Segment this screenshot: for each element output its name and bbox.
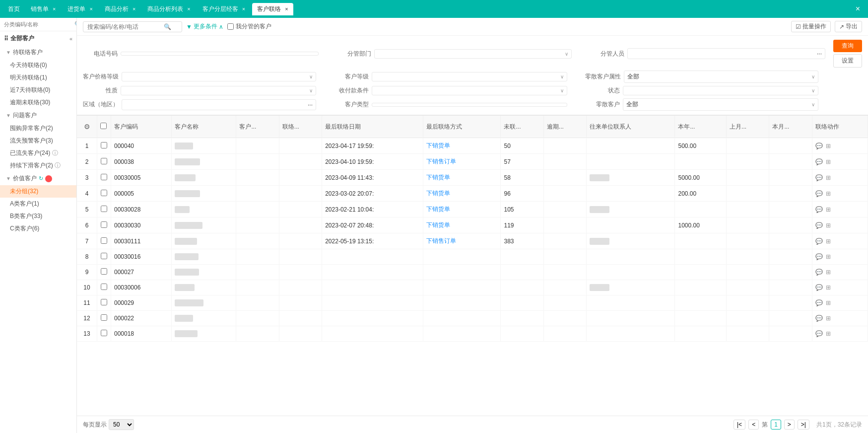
status-select[interactable]: ∨	[623, 86, 818, 95]
row-checkbox[interactable]	[101, 314, 107, 321]
message-icon[interactable]: 💬	[815, 143, 823, 149]
tab-customer-contact[interactable]: 客户联络 ×	[252, 3, 293, 15]
more-conditions-button[interactable]: ▼ 更多条件 ∧	[186, 22, 223, 31]
sidebar-item-churned[interactable]: 已流失客户(24) ⓘ	[0, 147, 76, 159]
tab-purchase-close[interactable]: ×	[89, 6, 92, 12]
grid-action-icon[interactable]: ⊞	[826, 143, 831, 149]
message-icon[interactable]: 💬	[815, 158, 823, 165]
row-checkbox[interactable]	[101, 253, 107, 259]
query-button[interactable]: 查询	[833, 40, 862, 52]
row-checkbox-cell[interactable]	[97, 170, 111, 186]
row-checkbox-cell[interactable]	[97, 280, 111, 295]
next-page-button[interactable]: >	[784, 420, 795, 430]
col-gear[interactable]: ⚙	[77, 116, 97, 138]
tab-sales[interactable]: 销售单 ×	[26, 3, 61, 15]
tab-customer-contact-close[interactable]: ×	[285, 6, 288, 12]
customer-grade-select[interactable]: ∨	[372, 72, 567, 81]
prev-page-button[interactable]: <	[748, 420, 759, 430]
contact-method-link[interactable]: 下销售订单	[426, 158, 456, 165]
scatter-customer-select[interactable]: 全部∨	[623, 98, 818, 111]
contact-method-link[interactable]: 下销货单	[426, 174, 450, 181]
my-customers-filter[interactable]: 我分管的客户	[227, 22, 271, 31]
row-checkbox-cell[interactable]	[97, 202, 111, 217]
sidebar-item-ungrouped[interactable]: 未分组(32)	[0, 185, 76, 198]
row-checkbox[interactable]	[101, 142, 107, 148]
col-checkbox[interactable]	[97, 116, 111, 138]
row-checkbox-cell[interactable]	[97, 138, 111, 154]
row-checkbox-cell[interactable]	[97, 295, 111, 311]
select-all-checkbox[interactable]	[100, 123, 107, 129]
sidebar-item-7days[interactable]: 近7天待联络(0)	[0, 84, 76, 96]
contact-method-link[interactable]: 下销货单	[426, 142, 450, 149]
row-checkbox-cell[interactable]	[97, 186, 111, 202]
sidebar-item-declining[interactable]: 持续下滑客户(2) ⓘ	[0, 159, 76, 172]
message-icon[interactable]: 💬	[815, 222, 823, 229]
sidebar-search-input[interactable]	[4, 21, 72, 27]
grid-action-icon[interactable]: ⊞	[826, 269, 831, 276]
sidebar-group-pending[interactable]: ▼ 待联络客户	[0, 46, 76, 59]
tab-analysis-close[interactable]: ×	[133, 6, 135, 12]
row-checkbox[interactable]	[101, 190, 107, 196]
dept-select[interactable]: ∨	[374, 49, 572, 59]
row-checkbox[interactable]	[101, 268, 107, 275]
tab-purchase[interactable]: 进货单 ×	[63, 3, 97, 15]
customer-type-select[interactable]	[372, 103, 567, 107]
sidebar-item-class-a[interactable]: A类客户(1)	[0, 198, 76, 210]
message-icon[interactable]: 💬	[815, 253, 823, 260]
row-checkbox-cell[interactable]	[97, 249, 111, 265]
collapse-icon[interactable]: «	[69, 36, 72, 42]
sidebar-item-hoard[interactable]: 囤购异常客户(2)	[0, 122, 76, 135]
tab-analysis-list[interactable]: 商品分析列表 ×	[142, 3, 195, 15]
region-select[interactable]: ···	[122, 99, 316, 110]
message-icon[interactable]: 💬	[815, 299, 823, 306]
price-grade-select[interactable]: ∨	[122, 72, 316, 81]
contact-method-link[interactable]: 下销货单	[426, 221, 450, 228]
grid-action-icon[interactable]: ⊞	[826, 238, 831, 245]
row-checkbox[interactable]	[101, 206, 107, 212]
contact-method-link[interactable]: 下销售订单	[426, 237, 456, 244]
batch-operation-button[interactable]: ☑ 批量操作	[791, 21, 831, 32]
reset-button[interactable]: 设置	[833, 54, 862, 68]
tab-analysis[interactable]: 商品分析 ×	[100, 3, 140, 15]
my-customers-checkbox[interactable]	[227, 23, 234, 30]
row-checkbox[interactable]	[101, 237, 107, 244]
grid-action-icon[interactable]: ⊞	[826, 158, 831, 165]
tab-customer-segment[interactable]: 客户分层经客 ×	[198, 3, 250, 15]
main-search-icon[interactable]: 🔍	[164, 23, 171, 30]
row-checkbox[interactable]	[101, 299, 107, 305]
contact-method-link[interactable]: 下销货单	[426, 190, 450, 197]
all-customers-header[interactable]: ⠿ 全部客户 «	[0, 31, 76, 46]
grid-action-icon[interactable]: ⊞	[826, 206, 831, 213]
row-checkbox[interactable]	[101, 330, 107, 336]
gear-icon[interactable]: ⚙	[80, 120, 94, 134]
person-select[interactable]: ···	[627, 48, 825, 59]
grid-action-icon[interactable]: ⊞	[826, 299, 831, 306]
row-checkbox-cell[interactable]	[97, 233, 111, 249]
sidebar-item-tomorrow[interactable]: 明天待联络(1)	[0, 72, 76, 84]
row-checkbox[interactable]	[101, 284, 107, 290]
tab-analysis-list-close[interactable]: ×	[187, 6, 190, 12]
payment-select[interactable]: ∨	[372, 86, 567, 95]
per-page-dropdown[interactable]: 50 100 200	[109, 419, 134, 430]
grid-action-icon[interactable]: ⊞	[826, 174, 831, 181]
row-checkbox[interactable]	[101, 174, 107, 180]
row-checkbox-cell[interactable]	[97, 326, 111, 342]
scatter-attr-select[interactable]: 全部∨	[624, 71, 818, 83]
sidebar-item-overdue[interactable]: 逾期未联络(30)	[0, 96, 76, 109]
sidebar-item-class-c[interactable]: C类客户(6)	[0, 222, 76, 235]
current-page-number[interactable]: 1	[771, 420, 781, 430]
last-page-button[interactable]: >|	[798, 420, 809, 430]
message-icon[interactable]: 💬	[815, 330, 823, 337]
message-icon[interactable]: 💬	[815, 269, 823, 276]
phone-input[interactable]	[121, 52, 319, 56]
message-icon[interactable]: 💬	[815, 315, 823, 322]
grid-action-icon[interactable]: ⊞	[826, 330, 831, 337]
row-checkbox[interactable]	[101, 221, 107, 228]
row-checkbox-cell[interactable]	[97, 217, 111, 233]
export-button[interactable]: ↗ 导出	[835, 21, 862, 32]
row-checkbox[interactable]	[101, 158, 107, 164]
first-page-button[interactable]: |<	[734, 420, 745, 430]
tab-customer-segment-close[interactable]: ×	[242, 6, 245, 12]
contact-method-link[interactable]: 下销货单	[426, 206, 450, 213]
sidebar-group-value[interactable]: ▼ 价值客户 ↻	[0, 172, 76, 185]
